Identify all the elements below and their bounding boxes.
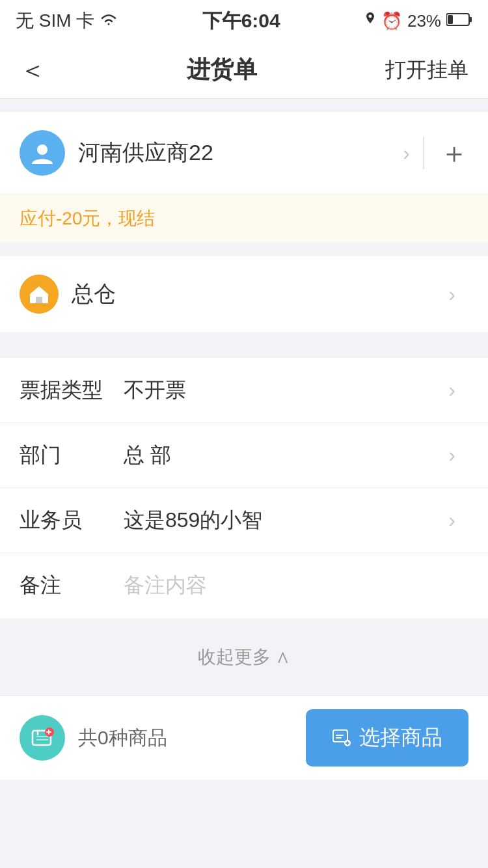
invoice-type-value: 不开票 [111, 376, 448, 405]
invoice-type-chevron-icon: › [448, 378, 455, 402]
remark-input[interactable]: 备注内容 [111, 571, 468, 600]
section-gap-1 [0, 99, 488, 112]
bottom-bar: 共0种商品 选择商品 [0, 696, 488, 780]
divider [423, 137, 424, 169]
department-label: 部门 [20, 441, 111, 470]
select-product-button[interactable]: 选择商品 [306, 709, 468, 766]
battery-percent: 23% [407, 11, 441, 31]
warehouse-row[interactable]: 总仓 › [0, 256, 488, 332]
collapse-bar[interactable]: 收起更多 ∧ [0, 631, 488, 683]
supplier-chevron-icon: › [403, 141, 410, 165]
collapse-label: 收起更多 ∧ [198, 645, 291, 670]
department-row[interactable]: 部门 总 部 › [0, 423, 488, 488]
cart-icon-wrap [20, 715, 65, 761]
svg-rect-1 [469, 17, 472, 22]
warehouse-section: 总仓 › [0, 256, 488, 332]
warehouse-icon [20, 275, 59, 314]
salesperson-row[interactable]: 业务员 这是859的小智 › [0, 488, 488, 553]
salesperson-chevron-icon: › [448, 508, 455, 532]
form-section: 票据类型 不开票 › 部门 总 部 › 业务员 这是859的小智 › 备注 备注… [0, 358, 488, 618]
warehouse-name: 总仓 [72, 279, 448, 309]
wifi-icon [100, 10, 118, 31]
supplier-name: 河南供应商22 [78, 138, 403, 168]
page-title: 进货单 [187, 54, 257, 86]
invoice-type-label: 票据类型 [20, 376, 111, 405]
svg-rect-4 [36, 297, 42, 303]
salesperson-label: 业务员 [20, 506, 111, 535]
remark-row[interactable]: 备注 备注内容 [0, 553, 488, 618]
invoice-type-row[interactable]: 票据类型 不开票 › [0, 358, 488, 423]
back-button[interactable]: ＜ [20, 52, 59, 88]
section-gap-3 [0, 332, 488, 345]
svg-rect-2 [448, 15, 453, 24]
department-value: 总 部 [111, 441, 448, 470]
alarm-icon: ⏰ [381, 11, 402, 31]
location-icon [364, 11, 376, 31]
status-bar-time: 下午6:04 [202, 8, 280, 34]
svg-point-3 [37, 144, 47, 155]
supplier-row[interactable]: 河南供应商22 › ＋ [0, 112, 488, 195]
sim-status: 无 SIM 卡 [16, 8, 94, 33]
department-chevron-icon: › [448, 443, 455, 467]
warehouse-chevron-icon: › [448, 282, 455, 306]
notice-text: 应付-20元，现结 [20, 208, 155, 228]
remark-label: 备注 [20, 571, 111, 600]
item-count-label: 共0种商品 [78, 725, 306, 752]
section-gap-2 [0, 243, 488, 256]
status-bar-left: 无 SIM 卡 [16, 8, 118, 33]
add-supplier-button[interactable]: ＋ [440, 139, 468, 167]
nav-bar: ＜ 进货单 打开挂单 [0, 42, 488, 99]
open-pending-button[interactable]: 打开挂单 [385, 56, 468, 85]
status-bar: 无 SIM 卡 下午6:04 ⏰ 23% [0, 0, 488, 42]
supplier-avatar [20, 130, 65, 176]
page-container: 无 SIM 卡 下午6:04 ⏰ 23% [0, 0, 488, 868]
notice-bar: 应付-20元，现结 [0, 195, 488, 243]
battery-icon [446, 11, 472, 31]
supplier-section: 河南供应商22 › ＋ 应付-20元，现结 [0, 112, 488, 243]
salesperson-value: 这是859的小智 [111, 506, 448, 535]
select-product-label: 选择商品 [359, 724, 442, 752]
status-bar-right: ⏰ 23% [364, 11, 472, 31]
